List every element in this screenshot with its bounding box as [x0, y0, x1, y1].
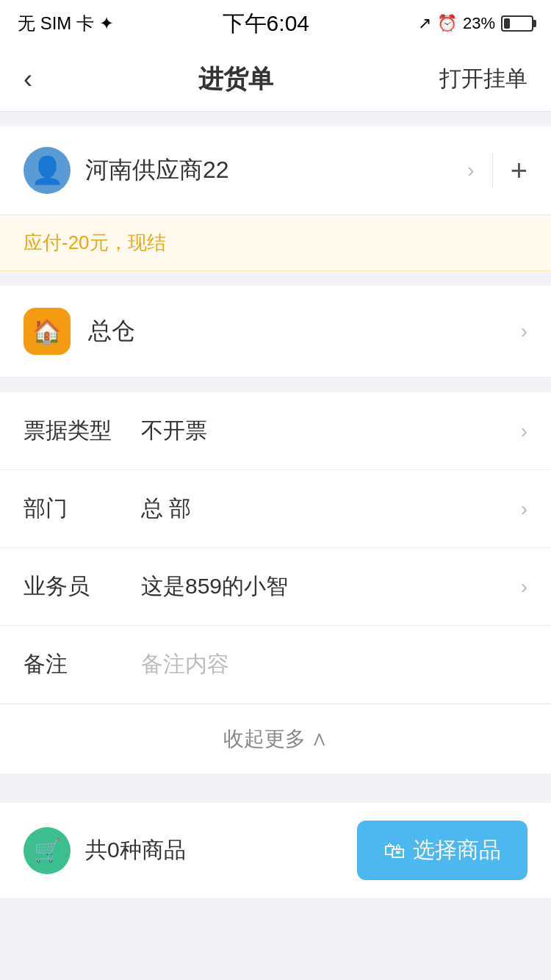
warehouse-chevron-icon: › — [521, 320, 527, 343]
section-gap-3 — [0, 378, 551, 392]
page-background — [0, 898, 551, 980]
page-title: 进货单 — [198, 62, 273, 96]
vertical-divider — [492, 153, 493, 188]
back-button[interactable]: ‹ — [24, 64, 32, 95]
department-key: 部门 — [24, 494, 141, 524]
collapse-button[interactable]: 收起更多 ∧ — [0, 704, 551, 774]
invoice-key: 票据类型 — [24, 416, 141, 446]
nav-bar: ‹ 进货单 打开挂单 — [0, 47, 551, 112]
battery-percent: 23% — [463, 14, 495, 33]
warehouse-icon: 🏠 — [32, 317, 62, 345]
salesperson-value: 这是859的小智 — [141, 572, 521, 602]
open-pending-button[interactable]: 打开挂单 — [439, 64, 527, 94]
add-supplier-button[interactable]: + — [511, 154, 527, 187]
avatar-icon: 👤 — [31, 155, 64, 186]
warehouse-label: 总仓 — [88, 315, 521, 347]
status-time: 下午6:04 — [223, 9, 309, 39]
cart-icon: 🛒 — [34, 837, 61, 863]
section-gap-1 — [0, 112, 551, 126]
notice-text: 应付-20元，现结 — [24, 231, 166, 253]
bottom-section: 🛒 共0种商品 🛍 选择商品 — [0, 803, 551, 898]
invoice-chevron-icon: › — [521, 419, 527, 443]
goods-count: 共0种商品 — [85, 835, 357, 865]
location-icon: ↗ — [418, 14, 431, 33]
alarm-icon: ⏰ — [437, 14, 457, 33]
department-row[interactable]: 部门 总 部 › — [0, 470, 551, 548]
form-card: 票据类型 不开票 › 部门 总 部 › 业务员 这是859的小智 › 备注 备注… — [0, 392, 551, 774]
invoice-value: 不开票 — [141, 416, 521, 446]
select-goods-label: 选择商品 — [413, 835, 501, 865]
cart-icon-wrap: 🛒 — [24, 827, 71, 874]
supplier-avatar: 👤 — [24, 147, 71, 194]
salesperson-chevron-icon: › — [521, 575, 527, 599]
supplier-chevron-icon: › — [467, 159, 474, 182]
section-gap-2 — [0, 271, 551, 286]
department-chevron-icon: › — [521, 497, 527, 521]
status-bar: 无 SIM 卡 ✦ 下午6:04 ↗ ⏰ 23% — [0, 0, 551, 47]
supplier-card: 👤 河南供应商22 › + 应付-20元，现结 — [0, 126, 551, 271]
warehouse-card: 🏠 总仓 › — [0, 286, 551, 378]
battery-icon — [501, 15, 533, 32]
status-right: ↗ ⏰ 23% — [418, 14, 533, 33]
sim-signal: 无 SIM 卡 ✦ — [18, 12, 114, 35]
invoice-row[interactable]: 票据类型 不开票 › — [0, 392, 551, 470]
notice-banner: 应付-20元，现结 — [0, 215, 551, 271]
section-gap-4 — [0, 774, 551, 788]
salesperson-key: 业务员 — [24, 572, 141, 602]
salesperson-row[interactable]: 业务员 这是859的小智 › — [0, 548, 551, 626]
select-goods-button[interactable]: 🛍 选择商品 — [357, 821, 527, 880]
supplier-row[interactable]: 👤 河南供应商22 › + — [0, 126, 551, 215]
collapse-label: 收起更多 ∧ — [223, 727, 328, 750]
department-value: 总 部 — [141, 494, 521, 524]
warehouse-icon-wrap: 🏠 — [24, 308, 71, 355]
warehouse-row[interactable]: 🏠 总仓 › — [0, 286, 551, 378]
status-left: 无 SIM 卡 ✦ — [18, 12, 114, 35]
remark-row[interactable]: 备注 备注内容 — [0, 626, 551, 704]
remark-key: 备注 — [24, 649, 141, 680]
remark-placeholder: 备注内容 — [141, 649, 527, 680]
select-goods-icon: 🛍 — [383, 838, 406, 863]
supplier-name: 河南供应商22 — [85, 154, 467, 187]
